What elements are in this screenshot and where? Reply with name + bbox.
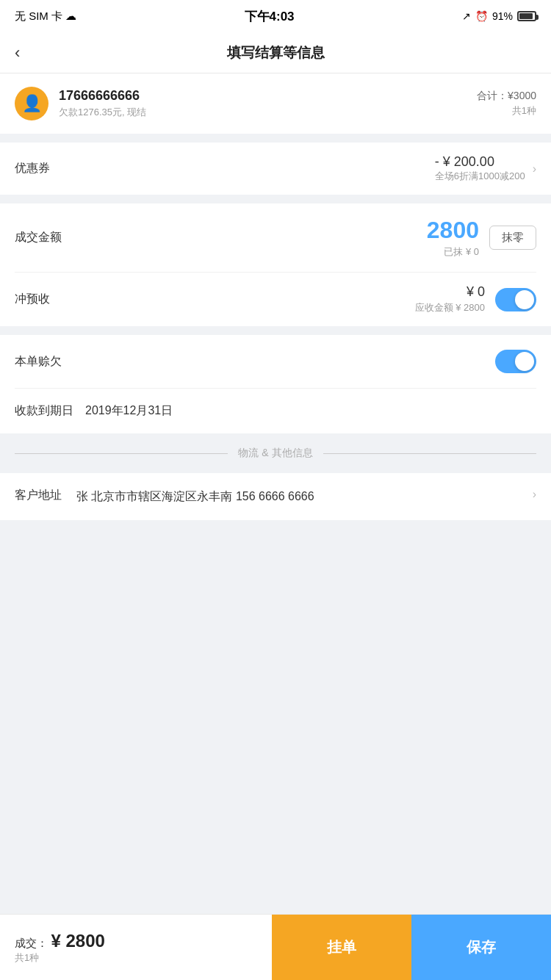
back-button[interactable]: ‹ (15, 43, 20, 62)
coupon-label: 优惠券 (15, 161, 50, 176)
bottom-deal-count: 共1种 (15, 951, 257, 965)
address-label: 客户地址 (15, 488, 62, 503)
alarm-icon: ⏰ (475, 10, 488, 22)
section-separator: 物流 & 其他信息 (0, 433, 551, 473)
prepay-amount: ¥ 0 (467, 284, 485, 300)
coupon-value-block: - ¥ 200.00 全场6折满1000减200 (435, 154, 525, 183)
save-button-label: 保存 (467, 937, 496, 957)
user-right: 合计：¥3000 共1种 (477, 90, 536, 118)
date-row: 收款到期日 2019年12月31日 (15, 389, 536, 433)
chevron-right-icon: › (533, 162, 536, 176)
sim-text: 无 SIM 卡 ☁ (15, 10, 76, 24)
user-phone: 17666666666 (59, 88, 146, 104)
deal-amount-row: 成交金额 2800 已抹 ¥ 0 抹零 (15, 203, 536, 273)
address-row[interactable]: 客户地址 张 北京市市辖区海淀区永丰南 156 6666 6666 › (15, 473, 536, 520)
status-right: ↗ ⏰ 91% (462, 10, 536, 22)
user-details: 17666666666 欠款1276.35元, 现结 (59, 88, 146, 119)
prepay-label: 冲预收 (15, 292, 50, 307)
nav-bar: ‹ 填写结算等信息 (0, 32, 551, 73)
user-left: 👤 17666666666 欠款1276.35元, 现结 (15, 87, 146, 120)
separator-text: 物流 & 其他信息 (238, 447, 312, 460)
amount-section: 成交金额 2800 已抹 ¥ 0 抹零 冲预收 ¥ 0 应收金额 ¥ 2800 (0, 203, 551, 326)
bottom-deal-line: 成交： ¥ 2800 (15, 931, 257, 951)
status-bar: 无 SIM 卡 ☁ 下午4:03 ↗ ⏰ 91% (0, 0, 551, 32)
coupon-desc: 全场6折满1000减200 (435, 170, 525, 183)
user-sub-text: 欠款1276.35元, 现结 (59, 106, 146, 119)
total-label: 合计：¥3000 (477, 90, 536, 103)
page-title: 填写结算等信息 (227, 43, 325, 62)
deal-amount-value: 2800 (427, 217, 479, 244)
coupon-row[interactable]: 优惠券 - ¥ 200.00 全场6折满1000减200 › (0, 143, 551, 195)
coupon-amount: - ¥ 200.00 (435, 154, 525, 170)
avatar-icon: 👤 (22, 94, 42, 113)
battery-text: 91% (492, 10, 513, 22)
prepay-right: ¥ 0 应收金额 ¥ 2800 (415, 284, 536, 314)
location-icon: ↗ (462, 10, 471, 22)
bottom-bar: 成交： ¥ 2800 共1种 挂单 保存 (0, 914, 551, 980)
spacer (0, 529, 551, 676)
coupon-right: - ¥ 200.00 全场6折满1000减200 › (435, 154, 536, 183)
bottom-deal-label: 成交： (15, 937, 48, 949)
prepay-col: ¥ 0 应收金额 ¥ 2800 (415, 284, 485, 314)
arrearage-label: 本单赊欠 (15, 354, 62, 370)
address-section: 客户地址 张 北京市市辖区海淀区永丰南 156 6666 6666 › (0, 473, 551, 520)
deal-amount-sub: 已抹 ¥ 0 (427, 245, 479, 259)
deal-amount-label: 成交金额 (15, 230, 62, 245)
status-left: 无 SIM 卡 ☁ (15, 10, 76, 24)
content: 👤 17666666666 欠款1276.35元, 现结 合计：¥3000 共1… (0, 73, 551, 749)
total-count: 共1种 (477, 104, 536, 118)
deal-amount-right: 2800 已抹 ¥ 0 抹零 (427, 217, 536, 259)
hang-button[interactable]: 挂单 (272, 915, 411, 981)
arrearage-section: 本单赊欠 收款到期日 2019年12月31日 (0, 335, 551, 433)
arrearage-toggle[interactable] (495, 350, 536, 373)
bottom-deal-amount: ¥ 2800 (51, 931, 104, 951)
due-date-label: 收款到期日 (15, 403, 73, 419)
prepay-row: 冲预收 ¥ 0 应收金额 ¥ 2800 (15, 273, 536, 326)
bottom-summary: 成交： ¥ 2800 共1种 (0, 931, 272, 965)
battery-icon (517, 11, 536, 21)
prepay-sub: 应收金额 ¥ 2800 (415, 301, 485, 314)
round-off-button[interactable]: 抹零 (489, 226, 536, 250)
address-value: 张 北京市市辖区海淀区永丰南 156 6666 6666 (76, 488, 527, 505)
due-date-value: 2019年12月31日 (85, 403, 173, 419)
save-button[interactable]: 保存 (411, 915, 551, 981)
status-time: 下午4:03 (245, 8, 295, 25)
arrearage-row: 本单赊欠 (15, 335, 536, 389)
avatar: 👤 (15, 87, 48, 120)
address-chevron-icon: › (533, 488, 536, 501)
deal-amount-block: 2800 已抹 ¥ 0 (427, 217, 479, 259)
user-info-row: 👤 17666666666 欠款1276.35元, 现结 合计：¥3000 共1… (0, 73, 551, 134)
hang-button-label: 挂单 (327, 937, 356, 957)
prepay-toggle[interactable] (495, 288, 536, 311)
